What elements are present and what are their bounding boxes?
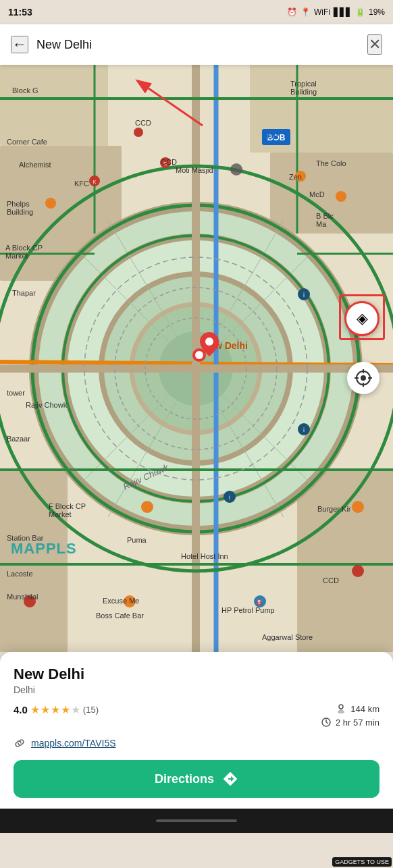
location-pin bbox=[199, 332, 219, 356]
svg-point-64 bbox=[352, 565, 364, 577]
svg-point-66 bbox=[205, 337, 213, 346]
status-icons: ⏰ 📍 WiFi ▋▋▋ 🔋 19% bbox=[287, 7, 385, 17]
star-2: ★ bbox=[41, 703, 50, 716]
directions-button[interactable]: Directions bbox=[14, 760, 379, 798]
search-bar: ← New Delhi ✕ bbox=[0, 24, 393, 65]
star-4: ★ bbox=[61, 703, 70, 716]
svg-text:C: C bbox=[163, 161, 167, 167]
distance-item: 144 km bbox=[336, 703, 379, 714]
map-container[interactable]: Rajiv Chowk BOB C K i i i bbox=[0, 65, 393, 652]
svg-point-49 bbox=[45, 198, 56, 209]
svg-point-70 bbox=[361, 375, 366, 381]
place-subtitle: Delhi bbox=[14, 684, 379, 695]
svg-point-50 bbox=[230, 163, 242, 175]
clock-icon bbox=[321, 717, 332, 728]
location-icon: 📍 bbox=[300, 7, 311, 17]
rating-number: 4.0 bbox=[14, 704, 28, 715]
svg-text:BOB: BOB bbox=[267, 133, 286, 142]
svg-text:⛽: ⛽ bbox=[257, 599, 263, 605]
svg-rect-1 bbox=[0, 65, 108, 146]
svg-point-52 bbox=[336, 191, 346, 202]
svg-point-51 bbox=[295, 171, 306, 182]
review-count: (15) bbox=[83, 705, 99, 715]
svg-point-62 bbox=[124, 595, 136, 607]
star-5: ★ bbox=[71, 703, 80, 716]
svg-rect-6 bbox=[297, 470, 393, 652]
signal-icon: ▋▋▋ bbox=[334, 7, 352, 17]
place-name: New Delhi bbox=[14, 666, 379, 683]
website-link[interactable]: mappls.com/TAVI5S bbox=[31, 738, 116, 749]
svg-point-61 bbox=[24, 595, 36, 607]
svg-point-63 bbox=[352, 501, 364, 513]
svg-text:i: i bbox=[229, 494, 230, 501]
back-button[interactable]: ← bbox=[11, 36, 28, 53]
rating-row: 4.0 ★ ★ ★ ★ ★ (15) bbox=[14, 703, 99, 716]
battery-pct: 19% bbox=[369, 7, 385, 17]
rating-section: 4.0 ★ ★ ★ ★ ★ (15) bbox=[14, 703, 99, 716]
layer-button[interactable]: ◈ bbox=[344, 301, 379, 336]
distance-icon bbox=[336, 703, 346, 714]
battery-icon: 🔋 bbox=[355, 7, 365, 17]
clear-button[interactable]: ✕ bbox=[367, 34, 382, 55]
bottom-nav bbox=[0, 809, 393, 833]
svg-rect-4 bbox=[270, 153, 393, 234]
map-svg: Rajiv Chowk BOB C K i i i bbox=[0, 65, 393, 652]
crosshair-icon bbox=[355, 369, 372, 387]
link-row: mappls.com/TAVI5S bbox=[14, 737, 379, 749]
status-bar: 11:53 ⏰ 📍 WiFi ▋▋▋ 🔋 19% bbox=[0, 0, 393, 24]
stars-display: ★ ★ ★ ★ ★ bbox=[30, 703, 80, 716]
bottom-card: New Delhi Delhi 4.0 ★ ★ ★ ★ ★ (15) bbox=[0, 652, 393, 809]
svg-line-78 bbox=[326, 722, 328, 724]
directions-arrow-icon bbox=[222, 771, 238, 787]
duration-value: 2 hr 57 min bbox=[336, 717, 379, 728]
wifi-icon: WiFi bbox=[314, 7, 330, 17]
gadgets-badge: GADGETS TO USE bbox=[332, 857, 392, 867]
svg-point-46 bbox=[134, 128, 143, 137]
mappls-watermark: MAPPLS bbox=[11, 540, 77, 558]
distance-section: 144 km 2 hr 57 min bbox=[321, 703, 379, 728]
my-location-button[interactable] bbox=[347, 362, 379, 394]
star-3: ★ bbox=[51, 703, 60, 716]
svg-point-75 bbox=[339, 705, 343, 709]
link-icon bbox=[14, 737, 26, 749]
alarm-icon: ⏰ bbox=[287, 7, 297, 17]
svg-point-65 bbox=[141, 501, 153, 513]
star-1: ★ bbox=[30, 703, 40, 716]
duration-item: 2 hr 57 min bbox=[321, 717, 379, 728]
svg-text:i: i bbox=[303, 292, 305, 298]
status-time: 11:53 bbox=[8, 7, 32, 18]
svg-text:i: i bbox=[303, 427, 305, 433]
distance-value: 144 km bbox=[350, 704, 379, 714]
svg-rect-5 bbox=[0, 470, 68, 652]
place-meta-row: 4.0 ★ ★ ★ ★ ★ (15) 144 km bbox=[14, 703, 379, 728]
directions-label: Directions bbox=[155, 772, 214, 786]
svg-text:K: K bbox=[93, 180, 97, 184]
home-indicator bbox=[156, 819, 237, 822]
layers-icon: ◈ bbox=[357, 310, 368, 327]
search-input[interactable]: New Delhi bbox=[36, 38, 359, 52]
